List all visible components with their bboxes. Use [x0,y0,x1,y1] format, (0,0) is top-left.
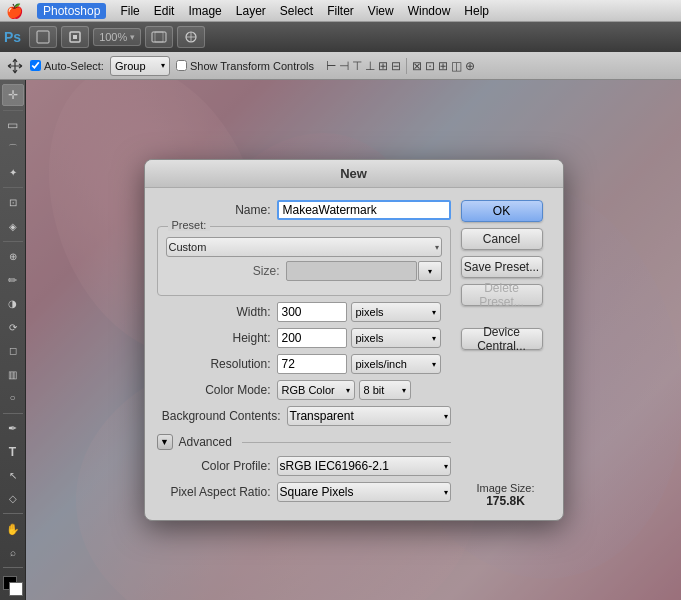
transform-option[interactable]: Show Transform Controls [176,60,314,72]
cancel-button[interactable]: Cancel [461,228,543,250]
background-select[interactable]: Transparent ▾ [287,406,451,426]
dialog-title: New [145,160,563,188]
menu-window[interactable]: Window [408,4,451,18]
menu-select[interactable]: Select [280,4,313,18]
divider-4 [3,413,23,414]
clone-tool[interactable]: ◑ [2,293,24,315]
width-unit-select[interactable]: pixels ▾ [351,302,441,322]
size-dropdown-btn[interactable]: ▾ [418,261,442,281]
colorprofile-label: Color Profile: [157,459,277,473]
svg-rect-4 [155,32,163,42]
resolution-unit-select[interactable]: pixels/inch ▾ [351,354,441,374]
menu-filter[interactable]: Filter [327,4,354,18]
menu-photoshop[interactable]: Photoshop [37,3,106,19]
zoom-tool[interactable]: ⌕ [2,542,24,564]
align-icon-5[interactable]: ⊞ [378,59,388,73]
distribute-icon-5[interactable]: ⊕ [465,59,475,73]
apple-menu[interactable]: 🍎 [6,3,23,19]
bits-value: 8 bit [364,384,385,396]
move-tool[interactable]: ✛ [2,84,24,106]
zoom-arrow: ▾ [130,32,135,42]
background-row: Background Contents: Transparent ▾ [157,406,451,426]
preset-select[interactable]: Custom ▾ [166,237,442,257]
path-select-tool[interactable]: ↖ [2,464,24,486]
move-tool-icon[interactable] [6,57,24,75]
deletepreset-button[interactable]: Delete Preset... [461,284,543,306]
transform-checkbox[interactable] [176,60,187,71]
width-row: Width: pixels ▾ [157,302,451,322]
aspectratio-select[interactable]: Square Pixels ▾ [277,482,451,502]
distribute-icon-2[interactable]: ⊡ [425,59,435,73]
size-dropdown-arrow: ▾ [428,267,432,276]
brush-tool[interactable]: ✏ [2,270,24,292]
bits-arrow: ▾ [402,386,406,395]
group-select[interactable]: Group ▾ [110,56,170,76]
dialog-form: Name: Preset: Custom [157,200,451,508]
color-swatches[interactable] [3,576,23,596]
height-input[interactable] [277,328,347,348]
devicecentral-button[interactable]: Device Central... [461,328,543,350]
height-row: Height: pixels ▾ [157,328,451,348]
heal-tool[interactable]: ⊕ [2,246,24,268]
magic-wand-tool[interactable]: ✦ [2,162,24,184]
pen-tool[interactable]: ✒ [2,417,24,439]
height-label: Height: [157,331,277,345]
dodge-tool[interactable]: ○ [2,387,24,409]
gradient-tool[interactable]: ▥ [2,364,24,386]
advanced-toggle[interactable]: ▼ [157,434,173,450]
colormode-select[interactable]: RGB Color ▾ [277,380,355,400]
preset-row[interactable]: Custom ▾ [166,237,442,257]
colormode-label: Color Mode: [157,383,277,397]
name-label: Name: [157,203,277,217]
align-icon-6[interactable]: ⊟ [391,59,401,73]
distribute-icon-1[interactable]: ⊠ [412,59,422,73]
width-label: Width: [157,305,277,319]
menu-help[interactable]: Help [464,4,489,18]
eyedropper-tool[interactable]: ◈ [2,216,24,238]
options-bar: Auto-Select: Group ▾ Show Transform Cont… [0,52,681,80]
hand-tool[interactable]: ✋ [2,518,24,540]
menu-edit[interactable]: Edit [154,4,175,18]
menu-file[interactable]: File [120,4,139,18]
autoselect-option[interactable]: Auto-Select: [30,60,104,72]
align-icon-3[interactable]: ⊤ [352,59,362,73]
group-select-arrow: ▾ [161,61,165,70]
lasso-tool[interactable]: ⌒ [2,138,24,160]
menu-view[interactable]: View [368,4,394,18]
eraser-tool[interactable]: ◻ [2,340,24,362]
advanced-section: ▼ Advanced Color Profile: sRGB IEC61966-… [157,434,451,502]
shape-tool[interactable]: ◇ [2,488,24,510]
bits-select[interactable]: 8 bit ▾ [359,380,411,400]
name-input[interactable] [277,200,451,220]
toolbar-button-3[interactable] [145,26,173,48]
rect-select-tool[interactable]: ▭ [2,115,24,137]
align-icon-4[interactable]: ⊥ [365,59,375,73]
menu-image[interactable]: Image [188,4,221,18]
toolbar-button-1[interactable] [29,26,57,48]
width-input[interactable] [277,302,347,322]
modal-overlay: New Name: Preset: [26,80,681,600]
colorprofile-value: sRGB IEC61966-2.1 [280,459,389,473]
toolbar-button-2[interactable] [61,26,89,48]
toolbar-button-4[interactable] [177,26,205,48]
resolution-input[interactable] [277,354,347,374]
align-icon-1[interactable]: ⊢ [326,59,336,73]
distribute-icon-4[interactable]: ◫ [451,59,462,73]
divider-6 [3,567,23,568]
crop-tool[interactable]: ⊡ [2,192,24,214]
distribute-icon-3[interactable]: ⊞ [438,59,448,73]
autoselect-label: Auto-Select: [44,60,104,72]
menu-layer[interactable]: Layer [236,4,266,18]
type-tool[interactable]: T [2,441,24,463]
height-unit-select[interactable]: pixels ▾ [351,328,441,348]
ok-button[interactable]: OK [461,200,543,222]
autoselect-checkbox[interactable] [30,60,41,71]
colorprofile-select[interactable]: sRGB IEC61966-2.1 ▾ [277,456,451,476]
align-icon-2[interactable]: ⊣ [339,59,349,73]
toolbar-divider [406,58,407,74]
background-color[interactable] [9,582,23,596]
zoom-select[interactable]: 100% ▾ [93,28,141,46]
resolution-label: Resolution: [157,357,277,371]
history-tool[interactable]: ⟳ [2,317,24,339]
savepreset-button[interactable]: Save Preset... [461,256,543,278]
